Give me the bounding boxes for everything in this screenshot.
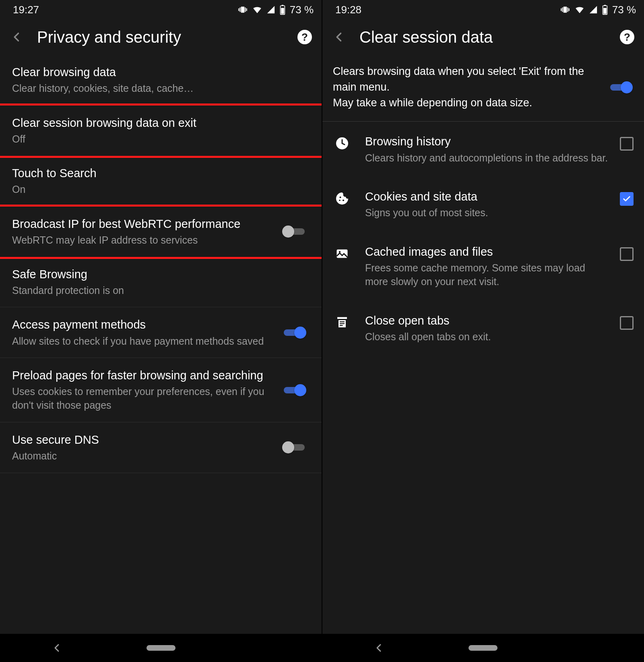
status-time: 19:27 — [13, 4, 39, 16]
row-sub: WebRTC may leak IP address to services — [12, 234, 273, 247]
row-sub: Uses cookies to remember your preference… — [12, 385, 273, 412]
toggle-preload[interactable] — [281, 383, 307, 397]
intro-row[interactable]: Clears browsing data when you select 'Ex… — [322, 55, 644, 122]
row-title: Preload pages for faster browsing and se… — [12, 368, 273, 383]
svg-rect-7 — [603, 8, 607, 14]
toggle-clear-on-exit-master[interactable] — [608, 80, 634, 95]
close-tabs-icon — [330, 313, 354, 330]
status-bar: 19:27 73 % — [0, 0, 322, 19]
row-sub: On — [12, 183, 310, 197]
svg-rect-2 — [282, 5, 283, 6]
row-title: Clear session browsing data on exit — [12, 115, 310, 131]
system-nav-bar — [0, 634, 644, 662]
checkbox-tabs[interactable] — [620, 316, 634, 330]
row-title: Cached images and files — [365, 244, 609, 260]
page-title: Privacy and security — [27, 28, 297, 46]
row-touch-to-search[interactable]: Touch to Search On — [0, 156, 322, 207]
svg-rect-17 — [340, 323, 345, 324]
row-title: Safe Browsing — [12, 267, 310, 282]
row-title: Touch to Search — [12, 166, 310, 181]
row-cache[interactable]: Cached images and files Frees some cache… — [322, 232, 644, 301]
checkbox-cache[interactable] — [620, 247, 634, 261]
status-icons-right: 73 % — [560, 4, 636, 16]
signal-icon — [589, 5, 598, 14]
row-safe-browsing[interactable]: Safe Browsing Standard protection is on — [0, 257, 322, 308]
row-title: Browsing history — [365, 134, 609, 149]
back-chevron-icon — [334, 31, 345, 43]
row-webrtc-broadcast[interactable]: Broadcast IP for best WebRTC performance… — [0, 205, 322, 259]
row-title: Clear browsing data — [12, 64, 310, 80]
row-sub: Signs you out of most sites. — [365, 206, 609, 220]
row-sub: Automatic — [12, 449, 273, 463]
svg-point-13 — [339, 251, 341, 253]
row-close-tabs[interactable]: Close open tabs Closes all open tabs on … — [322, 301, 644, 356]
settings-list[interactable]: Clear browsing data Clear history, cooki… — [0, 55, 322, 634]
svg-point-11 — [339, 200, 341, 201]
svg-rect-3 — [281, 8, 284, 14]
nav-back-button[interactable] — [52, 643, 62, 653]
cookie-icon — [330, 189, 354, 206]
row-title: Broadcast IP for best WebRTC performance — [12, 216, 273, 232]
row-sub: Standard protection is on — [12, 284, 310, 298]
status-battery-pct: 73 % — [290, 4, 314, 16]
battery-icon — [279, 4, 286, 15]
row-sub: Clears history and autocompletions in th… — [365, 151, 609, 165]
toggle-payments[interactable] — [281, 325, 307, 340]
vibrate-icon — [560, 4, 570, 15]
nav-home-pill[interactable] — [469, 645, 497, 651]
phone-left: 19:27 73 % Privacy and security ? Clear … — [0, 0, 322, 634]
battery-icon — [602, 4, 608, 15]
svg-point-10 — [343, 200, 344, 201]
row-title: Use secure DNS — [12, 432, 273, 448]
nav-back-icon — [52, 643, 62, 653]
nav-home-pill[interactable] — [147, 645, 175, 651]
svg-rect-4 — [563, 6, 567, 12]
row-sub: Closes all open tabs on exit. — [365, 330, 609, 344]
status-icons-right: 73 % — [237, 4, 314, 16]
row-cookies[interactable]: Cookies and site data Signs you out of m… — [322, 177, 644, 232]
checkbox-history[interactable] — [620, 137, 634, 151]
image-icon — [330, 244, 354, 261]
phone-right: 19:28 73 % Clear session data ? Clears b… — [322, 0, 644, 634]
svg-rect-14 — [337, 317, 347, 319]
status-bar: 19:28 73 % — [322, 0, 644, 19]
vibrate-icon — [237, 4, 248, 15]
row-preload-pages[interactable]: Preload pages for faster browsing and se… — [0, 358, 322, 422]
nav-back-button[interactable] — [374, 643, 384, 653]
toggle-dns[interactable] — [281, 440, 307, 455]
back-button[interactable] — [330, 31, 349, 43]
svg-rect-6 — [604, 5, 606, 6]
clear-session-list[interactable]: Clears browsing data when you select 'Ex… — [322, 55, 644, 634]
row-secure-dns[interactable]: Use secure DNS Automatic — [0, 422, 322, 473]
help-button[interactable]: ? — [620, 30, 634, 44]
row-title: Close open tabs — [365, 313, 609, 329]
row-sub: Frees some cache memory. Some sites may … — [365, 261, 609, 289]
row-browsing-history[interactable]: Browsing history Clears history and auto… — [322, 122, 644, 177]
checkbox-cookies[interactable] — [620, 192, 634, 206]
row-sub: Off — [12, 132, 310, 146]
status-time: 19:28 — [335, 4, 361, 16]
row-sub: Allow sites to check if you have payment… — [12, 335, 273, 348]
row-clear-browsing-data[interactable]: Clear browsing data Clear history, cooki… — [0, 55, 322, 106]
svg-rect-0 — [241, 6, 244, 12]
row-title: Access payment methods — [12, 317, 273, 333]
row-payment-methods[interactable]: Access payment methods Allow sites to ch… — [0, 307, 322, 358]
row-clear-on-exit[interactable]: Clear session browsing data on exit Off — [0, 103, 322, 158]
nav-back-icon — [374, 643, 384, 653]
wifi-icon — [574, 4, 585, 15]
help-button[interactable]: ? — [297, 30, 312, 44]
back-chevron-icon — [11, 31, 23, 43]
wifi-icon — [252, 4, 262, 15]
svg-rect-18 — [340, 325, 343, 326]
back-button[interactable] — [7, 31, 27, 43]
page-title: Clear session data — [349, 28, 620, 46]
signal-icon — [266, 5, 275, 14]
toggle-webrtc[interactable] — [281, 224, 307, 239]
app-bar: Clear session data ? — [322, 19, 644, 55]
history-icon — [330, 134, 354, 151]
app-bar: Privacy and security ? — [0, 19, 322, 55]
row-title: Cookies and site data — [365, 189, 609, 205]
status-battery-pct: 73 % — [612, 4, 636, 16]
svg-rect-16 — [340, 321, 345, 322]
intro-text: Clears browsing data when you select 'Ex… — [333, 64, 601, 111]
